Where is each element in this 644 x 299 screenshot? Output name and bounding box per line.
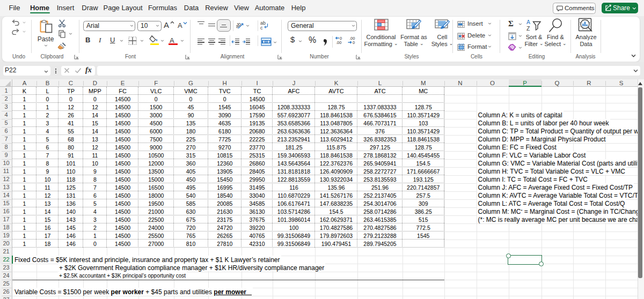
svg-text:c: c — [260, 25, 263, 30]
svg-text:A: A — [526, 19, 530, 25]
svg-text:Z: Z — [526, 25, 530, 31]
svg-text:.00: .00 — [336, 40, 341, 44]
svg-text:0: 0 — [353, 40, 355, 44]
